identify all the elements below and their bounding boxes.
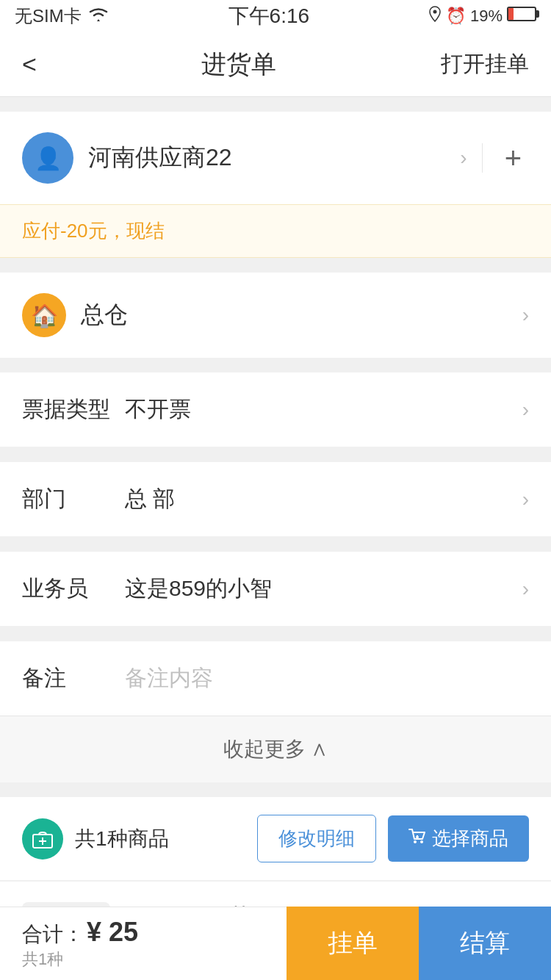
products-icon [22,818,63,860]
hang-order-button[interactable]: 挂单 [287,907,419,980]
salesperson-row[interactable]: 业务员 这是859的小智 › [0,552,551,627]
divider-3 [0,358,551,372]
page-title: 进货单 [201,48,276,82]
location-icon [428,6,442,26]
salesperson-label: 业务员 [22,574,125,604]
nav-bar: < 进货单 打开挂单 [0,32,551,97]
supplier-chevron: › [460,146,467,170]
wifi-icon [87,6,109,26]
divider-2 [0,258,551,273]
warehouse-icon-symbol: 🏠 [31,303,58,328]
department-label: 部门 [22,484,125,514]
add-button[interactable]: + [497,134,529,182]
svg-point-4 [414,840,417,843]
supplier-row[interactable]: 👤 河南供应商22 › + [0,112,551,204]
total-amount: ¥ 25 [87,917,138,948]
invoice-type-row[interactable]: 票据类型 不开票 › [0,372,551,447]
products-count: 共1种商品 [75,825,257,853]
cart-icon [408,827,426,850]
status-right: ⏰ 19% [428,6,536,26]
status-time: 下午6:16 [228,2,310,30]
department-value: 总 部 [125,484,522,514]
divider-5 [0,537,551,552]
divider-7 [0,782,551,797]
bottom-bar: 合计： ¥ 25 共1种 挂单 结算 [0,907,551,980]
supplier-avatar: 👤 [22,132,73,184]
supplier-icon: 👤 [35,145,62,171]
total-label: 合计： [22,920,84,948]
alarm-icon: ⏰ [446,7,466,26]
department-row[interactable]: 部门 总 部 › [0,462,551,537]
products-header: 共1种商品 修改明细 选择商品 [0,797,551,881]
select-product-label: 选择商品 [432,826,508,851]
warehouse-name: 总仓 [81,299,522,331]
form-block: 票据类型 不开票 › 部门 总 部 › 业务员 这是859的小智 › 备注 备注… [0,372,551,716]
edit-detail-button[interactable]: 修改明细 [257,815,376,862]
select-product-button[interactable]: 选择商品 [388,815,529,862]
carrier-text: 无SIM卡 [15,4,82,28]
salesperson-chevron: › [522,577,529,601]
bottom-total: 合计： ¥ 25 共1种 [0,907,287,980]
supplier-name: 河南供应商22 [88,142,460,174]
department-chevron: › [522,488,529,511]
battery-percent: 19% [470,7,503,26]
battery-icon [507,7,536,26]
svg-point-0 [433,10,436,14]
status-left: 无SIM卡 [15,4,109,28]
invoice-type-label: 票据类型 [22,394,125,425]
warehouse-row[interactable]: 🏠 总仓 › [0,273,551,358]
divider-1 [0,97,551,112]
warehouse-icon: 🏠 [22,293,66,337]
open-hang-button[interactable]: 打开挂单 [441,49,529,79]
collapse-button[interactable]: 收起更多 ∧ [0,716,551,782]
divider-4 [0,447,551,462]
invoice-type-value: 不开票 [125,394,522,425]
info-banner: 应付-20元，现结 [0,204,551,258]
remark-row[interactable]: 备注 备注内容 [0,641,551,716]
supplier-divider [482,143,483,173]
total-sub: 共1种 [22,948,264,970]
checkout-button[interactable]: 结算 [419,907,551,980]
svg-point-5 [420,840,423,843]
remark-label: 备注 [22,663,125,693]
invoice-type-chevron: › [522,398,529,422]
status-bar: 无SIM卡 下午6:16 ⏰ 19% [0,0,551,32]
back-button[interactable]: < [22,50,37,79]
remark-input[interactable]: 备注内容 [125,663,529,693]
divider-6 [0,627,551,641]
salesperson-value: 这是859的小智 [125,574,522,604]
warehouse-chevron: › [522,303,529,327]
